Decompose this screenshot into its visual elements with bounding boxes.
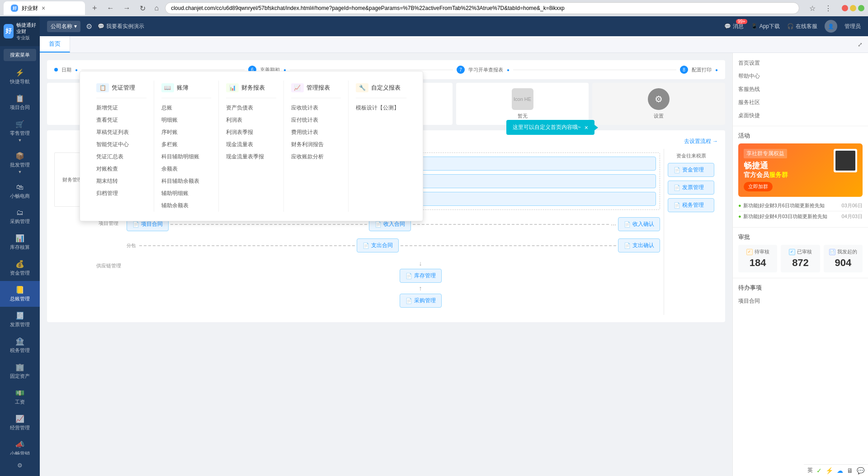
back-btn[interactable]: ← xyxy=(104,3,117,13)
dropdown-item-template-design[interactable]: 模板设计【公测】 xyxy=(356,102,406,114)
sidebar-item-purchase[interactable]: 🗂 采购管理 xyxy=(0,204,40,229)
sidebar-logo[interactable]: 好 畅捷通好业财 专业版 xyxy=(0,16,40,46)
bottom-chat-btn[interactable]: 💬 xyxy=(857,467,864,474)
dropdown-item-reconcile[interactable]: 对账检查 xyxy=(96,163,146,175)
sidebar-item-accounting[interactable]: 📒 总账管理 xyxy=(0,281,40,307)
dropdown-item-balance-table[interactable]: 余额表 xyxy=(161,163,212,175)
sidebar-item-fixed-assets[interactable]: 🏢 固定资产 xyxy=(0,358,40,384)
right-nav-help[interactable]: 帮助中心 xyxy=(733,70,868,83)
bookmark-btn[interactable]: ☆ xyxy=(807,3,818,14)
dropdown-item-payable-stats[interactable]: 应付统计表 xyxy=(291,114,341,126)
wf-inventory-mgmt[interactable]: 📄 库存管理 xyxy=(400,269,442,283)
menu-btn[interactable]: ⋮ xyxy=(822,3,835,14)
topbar-settings-btn[interactable]: ⚙ xyxy=(86,22,92,31)
sidebar-item-ecommerce[interactable]: 🛍 小畅电商 xyxy=(0,179,40,204)
dropdown-item-cashflow[interactable]: 现金流量表 xyxy=(226,138,276,151)
wf-expense-contract[interactable]: 📄 支出合同 xyxy=(357,238,399,252)
sidebar-item-invoice[interactable]: 🧾 发票管理 xyxy=(0,307,40,333)
new-tab-btn[interactable]: + xyxy=(89,4,101,13)
dropdown-item-chronological[interactable]: 序时账 xyxy=(161,126,212,138)
right-nav-community[interactable]: 服务社区 xyxy=(733,96,868,109)
bottom-lightning-btn[interactable]: ⚡ xyxy=(826,467,833,474)
user-avatar[interactable]: 👤 xyxy=(825,20,837,33)
news-item-2[interactable]: ●新功能|好业财4月03日功能更新抢先知 04月03日 xyxy=(738,211,863,222)
news-item-1[interactable]: ●新功能|好业财3月6日功能更新抢先知 03月06日 xyxy=(738,200,863,211)
customize-tip-close-btn[interactable]: × xyxy=(585,124,588,131)
sidebar-item-project[interactable]: 📋 项目合同 xyxy=(0,90,40,115)
sidebar-item-marketing[interactable]: 📣 小畅营销 xyxy=(0,436,40,455)
approval-card-pending[interactable]: ✓ 待审核 184 xyxy=(738,245,777,272)
icon-card-settings[interactable]: ⚙ 设置 xyxy=(592,83,725,125)
join-group-btn[interactable]: 立即加群 xyxy=(744,182,773,191)
app-download-btn[interactable]: 📱 App下载 xyxy=(751,23,780,30)
message-btn[interactable]: 💬 消息 99+ xyxy=(724,23,744,30)
dropdown-item-voucher-summary[interactable]: 凭证汇总表 xyxy=(96,151,146,163)
dropdown-item-general-ledger[interactable]: 总账 xyxy=(161,102,212,114)
refresh-btn[interactable]: ↻ xyxy=(137,3,148,14)
win-max-btn[interactable] xyxy=(858,5,864,11)
dropdown-item-income-stmt[interactable]: 利润表 xyxy=(226,114,276,126)
dropdown-item-aux-balance[interactable]: 辅助余额表 xyxy=(161,200,212,212)
win-close-btn[interactable] xyxy=(842,5,848,11)
bottom-monitor-btn[interactable]: 🖥 xyxy=(847,467,853,474)
pending-item-project-contract[interactable]: 项目合同 xyxy=(738,295,863,307)
online-service-btn[interactable]: 🎧 在线客服 xyxy=(787,23,817,30)
right-nav-desktop[interactable]: 桌面快捷 xyxy=(733,109,868,122)
win-min-btn[interactable] xyxy=(850,5,856,11)
home-btn[interactable]: ⌂ xyxy=(152,3,162,13)
sidebar-settings-btn[interactable]: ⚙ xyxy=(14,458,26,472)
dropdown-item-subject-balance[interactable]: 科目辅助余额表 xyxy=(161,175,212,187)
username-display[interactable]: 管理员 xyxy=(844,23,861,30)
setup-flow-link[interactable]: 去设置流程 → xyxy=(684,138,718,145)
dropdown-item-multi-column[interactable]: 多栏账 xyxy=(161,138,212,151)
sidebar-item-capital[interactable]: 💰 资金管理 xyxy=(0,255,40,281)
forward-btn[interactable]: → xyxy=(121,3,133,13)
sidebar-item-wholesale[interactable]: 📦 批发管理 ▼ xyxy=(0,147,40,179)
sidebar-item-inventory[interactable]: 📊 库存核算 xyxy=(0,229,40,255)
wf-purchase-mgmt[interactable]: 📄 采购管理 xyxy=(400,294,442,308)
sidebar-item-quick-nav[interactable]: ⚡ 快捷导航 xyxy=(0,64,40,90)
url-bar[interactable] xyxy=(165,2,799,14)
wf-expense-confirm[interactable]: 📄 支出确认 xyxy=(618,238,660,252)
activity-banner[interactable]: 享社群专属权益 畅捷通 官方会员服务群 立即加群 xyxy=(738,143,863,197)
bottom-check-btn[interactable]: ✓ xyxy=(816,467,822,474)
dropdown-item-receivable-stats[interactable]: 应收统计表 xyxy=(291,102,341,114)
wf-capital-mgmt[interactable]: 📄 资金管理 xyxy=(668,163,714,177)
sidebar-item-ops[interactable]: 📈 经营管理 xyxy=(0,410,40,436)
dropdown-item-draft-voucher[interactable]: 草稿凭证列表 xyxy=(96,126,146,138)
dropdown-item-receivable-analysis[interactable]: 应收账款分析 xyxy=(291,151,341,163)
dropdown-item-income-quarterly[interactable]: 利润表季报 xyxy=(226,126,276,138)
tab-close-btn[interactable]: × xyxy=(42,5,45,12)
sidebar-item-payroll[interactable]: 💵 工资 xyxy=(0,384,40,410)
tab-home[interactable]: 首页 xyxy=(40,36,70,52)
dropdown-item-period-end[interactable]: 期末结转 xyxy=(96,175,146,187)
dropdown-item-balance-sheet[interactable]: 资产负债表 xyxy=(226,102,276,114)
bottom-lang-btn[interactable]: 英 xyxy=(807,466,813,474)
browser-tab[interactable]: 好 好业财 × xyxy=(4,1,85,15)
sidebar-item-tax[interactable]: 🏦 税务管理 xyxy=(0,333,40,358)
approval-card-approved[interactable]: ✓ 已审核 872 xyxy=(781,245,820,272)
search-menu-btn[interactable]: 搜索菜单 xyxy=(4,49,36,61)
dropdown-item-new-voucher[interactable]: 新增凭证 xyxy=(96,102,146,114)
company-selector[interactable]: 公司名称 ▾ xyxy=(47,21,80,32)
dropdown-item-smart-voucher[interactable]: 智能凭证中心 xyxy=(96,138,146,151)
approval-card-initiated[interactable]: 📄 我发起的 904 xyxy=(824,245,863,272)
icon-card-4[interactable]: Icon HE 暂无 xyxy=(456,83,589,125)
dropdown-item-detail-ledger[interactable]: 明细账 xyxy=(161,114,212,126)
dropdown-item-archive[interactable]: 归档管理 xyxy=(96,187,146,200)
dropdown-item-cashflow-quarterly[interactable]: 现金流量表季报 xyxy=(226,151,276,163)
wf-invoice-mgmt[interactable]: 📄 发票管理 xyxy=(668,181,714,195)
bottom-cloud-btn[interactable]: ☁ xyxy=(837,467,843,474)
demo-link[interactable]: 💬 我要看实例演示 xyxy=(98,23,144,30)
right-nav-home-settings[interactable]: 首页设置 xyxy=(733,57,868,70)
dropdown-item-profit-report[interactable]: 财务利润报告 xyxy=(291,138,341,151)
dropdown-item-expense-stats[interactable]: 费用统计表 xyxy=(291,126,341,138)
dropdown-item-subject-detail[interactable]: 科目辅助明细账 xyxy=(161,151,212,163)
wf-income-confirm[interactable]: 📄 收入确认 xyxy=(618,217,660,231)
right-nav-hotline[interactable]: 客服热线 xyxy=(733,83,868,96)
dropdown-item-view-voucher[interactable]: 查看凭证 xyxy=(96,114,146,126)
dropdown-item-aux-detail[interactable]: 辅助明细账 xyxy=(161,187,212,200)
sidebar-item-retail[interactable]: 🛒 零售管理 ▼ xyxy=(0,115,40,147)
wf-tax-mgmt[interactable]: 📄 税务管理 xyxy=(668,198,714,212)
tab-expand-btn[interactable]: ⤢ xyxy=(852,38,868,52)
